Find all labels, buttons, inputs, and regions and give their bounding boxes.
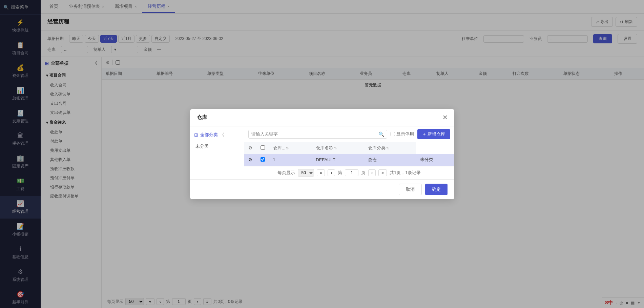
modal-page-label: 第: [338, 170, 342, 176]
modal-prev-btn[interactable]: ‹: [328, 169, 335, 176]
modal-select-all[interactable]: [261, 145, 265, 150]
modal-all-categories[interactable]: ⊞ 全部分类 《: [190, 129, 244, 141]
th-name: 仓库名称⇅: [312, 142, 364, 154]
modal-first-btn[interactable]: «: [317, 169, 325, 176]
modal-right-panel: 🔍 显示停用 ＋ 新增仓库 ⚙ 仓库...⇅: [244, 126, 454, 179]
grid-icon-modal: ⊞: [194, 132, 198, 138]
modal-body: ⊞ 全部分类 《 未分类 🔍 显示停用: [190, 126, 454, 179]
modal-pagination: 每页显示 50 « ‹ 第 页 › » 共1页，1条记录: [244, 166, 454, 179]
row-checkbox: [256, 154, 269, 166]
modal-page-input[interactable]: [345, 169, 358, 176]
confirm-button[interactable]: 确定: [425, 184, 448, 195]
th-code: 仓库...⇅: [269, 142, 312, 154]
sort-icon-code: ⇅: [286, 146, 289, 150]
modal-total-text: 共1页，1条记录: [390, 170, 421, 176]
cancel-button[interactable]: 取消: [399, 184, 422, 195]
modal-toolbar: 🔍 显示停用 ＋ 新增仓库: [244, 126, 454, 142]
modal-search-wrap: 🔍: [248, 130, 387, 139]
sort-icon-category: ⇅: [386, 146, 389, 150]
warehouse-modal: 仓库 ✕ ⊞ 全部分类 《 未分类 🔍: [190, 109, 454, 199]
modal-last-btn[interactable]: »: [378, 169, 387, 176]
show-disabled-wrap: 显示停用: [391, 131, 414, 137]
modal-table: ⚙ 仓库...⇅ 仓库名称⇅ 仓库分类⇅ ⚙ 1 DEFAULT 总仓 未分类: [244, 142, 454, 166]
th-category: 仓库分类⇅: [364, 142, 416, 154]
add-warehouse-button[interactable]: ＋ 新增仓库: [417, 129, 450, 139]
row-id: 1: [269, 154, 312, 166]
modal-table-header-row: ⚙ 仓库...⇅ 仓库名称⇅ 仓库分类⇅: [244, 142, 454, 154]
modal-page-unit: 页: [361, 170, 366, 176]
th-checkbox: [256, 142, 269, 154]
modal-search-icon: 🔍: [378, 131, 384, 137]
row-code: DEFAULT: [312, 154, 364, 166]
th-settings: ⚙: [244, 142, 256, 154]
modal-table-wrap: ⚙ 仓库...⇅ 仓库名称⇅ 仓库分类⇅ ⚙ 1 DEFAULT 总仓 未分类: [244, 142, 454, 166]
modal-close-button[interactable]: ✕: [442, 114, 448, 121]
settings-col-icon: ⚙: [248, 145, 252, 150]
modal-title: 仓库: [197, 114, 207, 121]
modal-next-btn[interactable]: ›: [368, 169, 376, 176]
modal-overlay: 仓库 ✕ ⊞ 全部分类 《 未分类 🔍: [0, 0, 644, 308]
modal-header: 仓库 ✕: [190, 109, 454, 126]
row-category: 未分类: [416, 154, 454, 166]
modal-table-row[interactable]: ⚙ 1 DEFAULT 总仓 未分类: [244, 154, 454, 166]
show-disabled-checkbox[interactable]: [391, 132, 395, 136]
modal-left-panel: ⊞ 全部分类 《 未分类: [190, 126, 244, 179]
row-name: 总仓: [364, 154, 416, 166]
modal-page-size-select[interactable]: 50: [298, 169, 314, 177]
row-settings: ⚙: [244, 154, 256, 166]
modal-search-input[interactable]: [251, 131, 376, 137]
sort-icon-name: ⇅: [334, 146, 337, 150]
modal-unclassified-item[interactable]: 未分类: [190, 141, 244, 152]
row-settings-icon: ⚙: [248, 157, 252, 162]
row-select-checkbox[interactable]: [261, 157, 265, 162]
modal-actions: 取消 确定: [190, 179, 454, 199]
modal-collapse-btn[interactable]: 《: [220, 132, 224, 138]
